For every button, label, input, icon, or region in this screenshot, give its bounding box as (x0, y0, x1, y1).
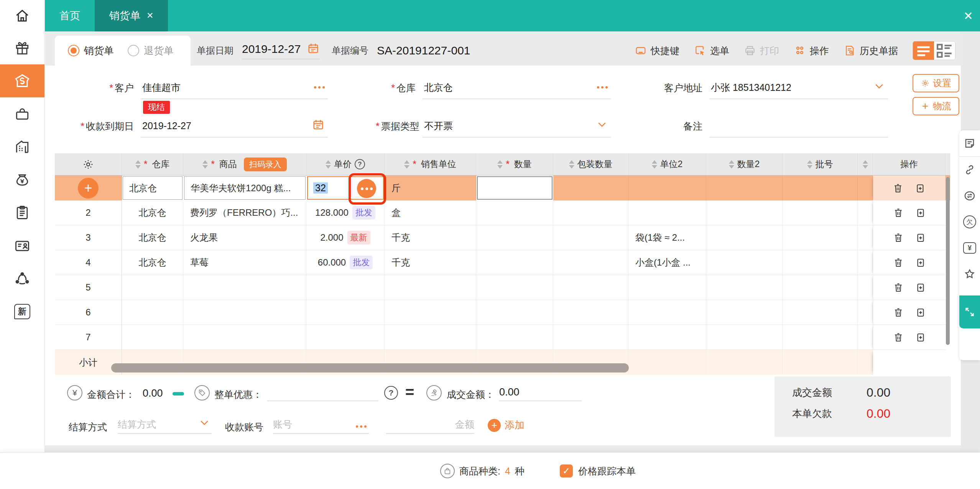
cell-pack-quantity[interactable] (553, 300, 628, 325)
logistics-button[interactable]: 物流 (913, 97, 959, 115)
deal-amount-input[interactable]: 0.00 (499, 381, 582, 401)
cell-product[interactable]: 费列罗（FERRERO）巧... (183, 200, 306, 225)
view-form-button[interactable] (934, 41, 955, 60)
copy-row-icon[interactable] (915, 331, 926, 343)
warehouse-input[interactable]: 北京仓 (423, 76, 611, 99)
discount-input[interactable] (267, 381, 378, 401)
link-tool[interactable] (959, 157, 980, 183)
header-unit2[interactable]: 单位2 (628, 153, 706, 176)
delete-row-icon[interactable] (893, 232, 904, 243)
expand-tool[interactable] (959, 295, 980, 328)
horizontal-scrollbar[interactable] (111, 363, 629, 372)
copy-row-icon[interactable] (915, 207, 926, 218)
hotkeys-button[interactable]: 快捷键 (635, 44, 679, 57)
delete-row-icon[interactable] (893, 257, 904, 268)
table-row[interactable]: 6 (55, 300, 950, 325)
sidebar-item-purchase[interactable] (0, 97, 44, 130)
customer-address-input[interactable]: 小张 18513401212 (709, 76, 888, 99)
cell-unit2[interactable]: 小盒(1小盒 ... (628, 250, 706, 275)
cell-sales-unit[interactable]: 千克 (385, 225, 476, 250)
tab-home[interactable]: 首页 (45, 0, 95, 31)
sidebar-item-orders[interactable] (0, 196, 44, 229)
header-quantity[interactable]: *数量 (476, 153, 553, 176)
sidebar-item-gift[interactable] (0, 31, 44, 64)
note-tool[interactable] (959, 130, 980, 156)
cell-warehouse[interactable]: 北京仓 (122, 225, 183, 250)
cell-pack-quantity[interactable] (553, 275, 628, 300)
cell-quantity2[interactable] (706, 325, 783, 350)
cell-price[interactable] (306, 275, 385, 300)
sort-icon[interactable] (404, 160, 409, 169)
sidebar-item-new[interactable]: 新 (0, 295, 44, 328)
cell-unit2[interactable] (628, 275, 706, 300)
cell-unit2[interactable] (628, 200, 706, 225)
chevron-down-icon[interactable] (596, 119, 608, 133)
header-product[interactable]: *商品扫码录入 (183, 153, 306, 176)
cell-quantity[interactable] (476, 300, 553, 325)
cell-sales-unit[interactable]: 盒 (385, 200, 476, 225)
more-icon[interactable] (597, 86, 608, 89)
table-row[interactable]: 2 北京仓 费列罗（FERRERO）巧... 128.000批发 盒 (55, 200, 950, 225)
cell-price[interactable]: 32 (307, 176, 384, 200)
cell-quantity[interactable] (476, 250, 553, 275)
cell-pack-quantity[interactable] (553, 225, 628, 250)
sort-icon[interactable] (135, 160, 141, 169)
sidebar-item-home[interactable] (0, 0, 44, 31)
view-list-button[interactable] (913, 41, 934, 60)
invoice-type-select[interactable]: 不开票 (423, 115, 611, 138)
copy-row-icon[interactable] (915, 282, 926, 293)
cell-product[interactable]: 华美华夫软饼1200g 糕... (184, 176, 306, 200)
cell-batch[interactable] (783, 275, 858, 300)
window-close-icon[interactable]: ✕ (964, 0, 973, 31)
cell-sales-unit[interactable]: 千克 (385, 250, 476, 275)
calendar-icon[interactable] (312, 118, 325, 133)
cell-quantity[interactable] (476, 200, 553, 225)
pick-order-button[interactable]: 选单 (694, 44, 729, 57)
cell-warehouse[interactable]: 北京仓 (122, 250, 183, 275)
sidebar-item-contacts[interactable] (0, 229, 44, 262)
cell-batch[interactable] (783, 225, 858, 250)
cell-product[interactable]: 火龙果 (183, 225, 306, 250)
payment-method-select[interactable]: 结算方式 (118, 414, 212, 434)
cell-quantity2[interactable] (706, 300, 783, 325)
debt-tool[interactable]: 欠 (959, 209, 980, 235)
payment-amount-input[interactable]: 金额 (386, 414, 474, 434)
calendar-icon[interactable] (307, 42, 320, 56)
copy-row-icon[interactable] (915, 307, 926, 318)
cell-sales-unit[interactable] (385, 300, 476, 325)
radio-sales-order[interactable]: 销货单 (68, 44, 114, 57)
sort-icon[interactable] (326, 160, 331, 169)
voucher-tool[interactable]: ¥ (959, 235, 980, 261)
sort-icon[interactable] (202, 160, 208, 169)
cell-price[interactable]: 2.000最新 (306, 225, 385, 250)
sidebar-item-network[interactable] (0, 262, 44, 295)
cell-warehouse[interactable] (122, 275, 183, 300)
sort-icon[interactable] (729, 160, 734, 169)
help-icon[interactable]: ? (355, 159, 365, 169)
cell-quantity[interactable] (476, 275, 553, 300)
table-row[interactable]: 7 (55, 325, 950, 350)
header-price[interactable]: 单价? (306, 153, 385, 176)
delete-row-icon[interactable] (892, 182, 904, 194)
doc-date-input[interactable]: 2019-12-27 (242, 42, 320, 59)
cell-quantity-focused[interactable] (477, 176, 552, 200)
cell-quantity[interactable] (476, 225, 553, 250)
cell-sales-unit[interactable]: 斤 (385, 176, 476, 200)
sort-icon[interactable] (807, 160, 812, 169)
delete-row-icon[interactable] (893, 331, 904, 343)
payment-account-input[interactable]: 账号 (273, 414, 369, 434)
cell-product[interactable] (183, 325, 306, 350)
sort-icon[interactable] (497, 160, 503, 169)
print-button[interactable]: 打印 (744, 44, 779, 57)
cell-price[interactable]: 128.000批发 (306, 200, 385, 225)
table-row[interactable]: 3 北京仓 火龙果 2.000最新 千克 袋(1袋 ≈ 2... (55, 225, 950, 250)
cell-pack-quantity[interactable] (553, 250, 628, 275)
table-row[interactable]: + 北京仓 华美华夫软饼1200g 糕... 32 斤 (55, 176, 950, 200)
settings-button[interactable]: 设置 (913, 74, 959, 92)
header-sales-unit[interactable]: *销售单位 (385, 153, 476, 176)
cell-batch[interactable] (783, 250, 858, 275)
help-icon[interactable]: ? (384, 386, 398, 400)
scan-entry-badge[interactable]: 扫码录入 (244, 158, 287, 171)
copy-row-icon[interactable] (915, 232, 926, 243)
cell-warehouse[interactable] (122, 325, 183, 350)
